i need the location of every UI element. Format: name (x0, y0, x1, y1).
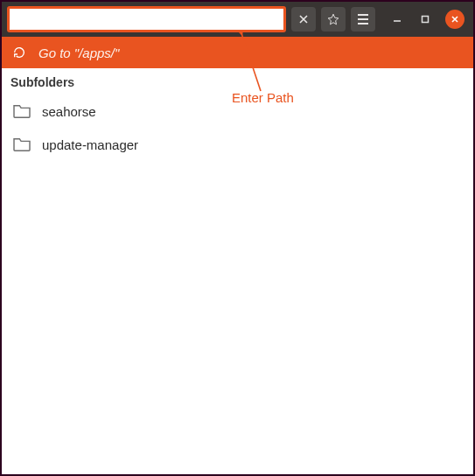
close-icon (298, 14, 309, 24)
clear-path-button[interactable] (291, 7, 316, 32)
path-input[interactable] (7, 6, 286, 32)
list-item[interactable]: update-manager (2, 128, 473, 161)
close-icon (451, 13, 459, 26)
content-area: Subfolders seahorse update-manager (2, 68, 473, 474)
location-bar: Go to "/apps/" (2, 37, 473, 68)
list-item-label: update-manager (42, 137, 138, 152)
window-controls (389, 10, 465, 29)
folder-icon (12, 136, 31, 152)
close-window-button[interactable] (445, 10, 465, 29)
menu-button[interactable] (351, 7, 375, 32)
list-item-label: seahorse (42, 104, 96, 119)
svg-rect-0 (423, 16, 429, 22)
section-header: Subfolders (2, 68, 473, 94)
minimize-icon (393, 13, 402, 26)
list-item[interactable]: seahorse (2, 94, 473, 128)
folder-icon (12, 103, 31, 119)
star-icon (327, 13, 339, 25)
maximize-button[interactable] (417, 11, 433, 27)
hamburger-icon (357, 14, 369, 24)
bookmark-button[interactable] (321, 7, 346, 32)
maximize-icon (421, 13, 430, 26)
location-text: Go to "/apps/" (38, 46, 119, 60)
app-window: Go to "/apps/" Subfolders seahorse updat… (2, 2, 473, 474)
reload-icon (12, 46, 26, 60)
minimize-button[interactable] (389, 11, 405, 27)
titlebar (2, 2, 473, 37)
